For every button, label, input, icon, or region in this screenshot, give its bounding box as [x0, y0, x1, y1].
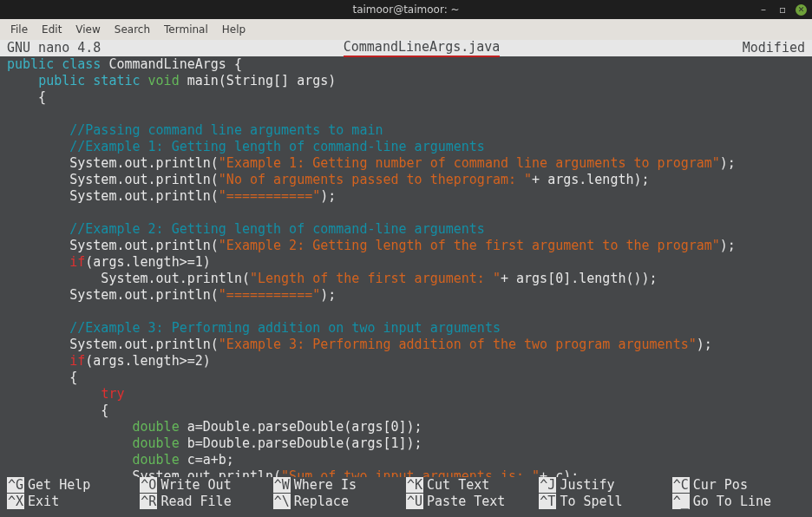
minimize-icon[interactable]: –: [757, 3, 769, 16]
close-icon[interactable]: ✕: [796, 4, 807, 16]
key-paste-text[interactable]: ^U: [406, 494, 423, 509]
window-controls: – ▫ ✕: [757, 3, 807, 16]
window-title: taimoor@taimoor: ~: [352, 3, 459, 16]
nano-footer: ^GGet Help ^OWrite Out ^WWhere Is ^KCut …: [0, 477, 812, 510]
nano-header: GNU nano 4.8 CommandLineArgs.java Modifi…: [0, 40, 812, 56]
maximize-icon[interactable]: ▫: [776, 3, 789, 16]
key-replace[interactable]: ^\: [273, 494, 291, 509]
key-get-help[interactable]: ^G: [7, 477, 24, 493]
window-titlebar: taimoor@taimoor: ~ – ▫ ✕: [0, 0, 812, 19]
menu-help[interactable]: Help: [215, 21, 252, 38]
key-cut-text[interactable]: ^K: [406, 477, 423, 493]
nano-modified: Modified: [743, 40, 812, 56]
key-exit[interactable]: ^X: [7, 494, 24, 509]
key-write-out[interactable]: ^O: [140, 477, 157, 493]
key-read-file[interactable]: ^R: [140, 494, 157, 509]
key-go-to-line[interactable]: ^_: [672, 494, 690, 509]
key-cur-pos[interactable]: ^C: [672, 477, 690, 493]
menu-edit[interactable]: Edit: [35, 21, 69, 38]
key-where-is[interactable]: ^W: [273, 477, 291, 493]
footer-row-1: ^GGet Help ^OWrite Out ^WWhere Is ^KCut …: [7, 477, 805, 494]
menu-file[interactable]: File: [3, 21, 35, 38]
menubar: File Edit View Search Terminal Help: [0, 19, 812, 40]
key-to-spell[interactable]: ^T: [539, 494, 556, 509]
menu-terminal[interactable]: Terminal: [157, 21, 215, 38]
nano-filename: CommandLineArgs.java: [344, 39, 501, 57]
editor-area[interactable]: public class CommandLineArgs { public st…: [0, 56, 812, 480]
key-justify[interactable]: ^J: [539, 477, 556, 493]
menu-view[interactable]: View: [69, 21, 107, 38]
menu-search[interactable]: Search: [108, 21, 157, 38]
footer-row-2: ^XExit ^RRead File ^\Replace ^UPaste Tex…: [7, 494, 805, 510]
nano-version: GNU nano 4.8: [0, 40, 101, 56]
